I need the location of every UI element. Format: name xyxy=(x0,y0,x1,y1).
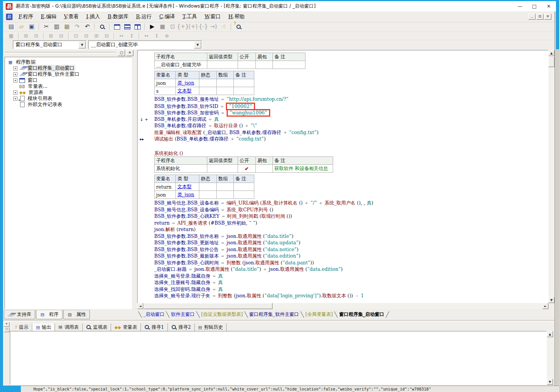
cut-button[interactable]: ✂ xyxy=(42,23,51,31)
column-header[interactable]: 易包 xyxy=(256,53,273,61)
file-tab-1[interactable]: 软件主窗口 xyxy=(169,311,197,319)
output-tab-help[interactable]: ?提示 xyxy=(11,323,32,331)
code-line[interactable]: BSB_软件参数.BSB_心跳时间 ＝ 到整数 (json.取通用属性 (“da… xyxy=(154,259,545,266)
left-tab-支持库[interactable]: 支持库 xyxy=(4,310,35,319)
column-header[interactable]: 变量名 xyxy=(155,71,176,79)
variable-type-cell[interactable]: 文本型 xyxy=(176,183,199,191)
code-line[interactable]: _启动窗口.标题 ＝ json.取通用属性 (“data.title”) ＋ j… xyxy=(154,266,545,273)
code-line[interactable]: BSB_单机参数.缓存路径 ＝ 取运行目录 () ＋ “\” xyxy=(154,122,545,129)
tree-item-6[interactable]: +模块引用表 xyxy=(6,95,131,102)
code-line[interactable]: BSB_软件参数.BSB_软件SID ＝ “100002” xyxy=(154,103,545,109)
variable-type-cell[interactable]: 类_json xyxy=(176,191,199,199)
window-tile-button[interactable] xyxy=(112,23,122,31)
code-line[interactable]: ↓ +BSB_单机参数.开启调试 ＝ 真 xyxy=(154,116,545,123)
column-header[interactable]: 返回值类型 xyxy=(207,157,238,165)
gutter-mark-icon[interactable]: ↓ + xyxy=(140,116,153,123)
code-line[interactable]: ▸▸调试输出 (BSB_单机参数.缓存路径 ＋ “config.txt”) xyxy=(154,136,545,142)
output-tab-output[interactable]: ▤输出 xyxy=(32,323,55,331)
dock-maximize-button[interactable]: □ xyxy=(118,50,125,56)
array-cell[interactable] xyxy=(217,79,234,87)
menu-item-b[interactable]: B.数据库 xyxy=(104,12,132,21)
column-header[interactable]: 易包 xyxy=(256,157,273,165)
tree-expander[interactable]: + xyxy=(13,66,17,70)
code-line[interactable]: BSB_软件参数.BSB_加密密码 ＝ “wanghui1096” xyxy=(154,109,545,116)
minimize-button[interactable]: — xyxy=(513,3,527,9)
tree-item-2[interactable]: +窗口程序集_软件主窗口 xyxy=(6,71,131,77)
static-cell[interactable] xyxy=(199,183,217,191)
epackage-cell[interactable] xyxy=(256,165,273,173)
code-line[interactable]: BSB_软件参数.BSB_软件名称 ＝ json.取通用属性 (“data.ti… xyxy=(154,233,545,240)
mdi-close-button[interactable]: ✕ xyxy=(544,14,551,20)
output-tab-calls[interactable]: 卌调用表 xyxy=(55,323,83,331)
public-cell[interactable] xyxy=(238,61,256,69)
menu-item-r[interactable]: R.运行 xyxy=(132,12,155,21)
column-header[interactable]: 返回值类型 xyxy=(207,53,238,61)
paste-button[interactable]: ▦ xyxy=(62,23,72,31)
menu-item-h[interactable]: H.帮助 xyxy=(225,12,249,21)
tree-expander[interactable]: + xyxy=(13,91,17,95)
assembly-combobox[interactable]: 窗口程序集_启动窗口 ▼ xyxy=(13,41,86,49)
window-split-button[interactable] xyxy=(122,23,132,31)
code-line[interactable]: 批量_编辑框_读取配置 (_启动窗口, BSB_单机参数.缓存路径 ＋ “con… xyxy=(154,129,545,136)
column-header[interactable]: 备 注 xyxy=(273,157,333,165)
tree-item-1[interactable]: +窗口程序集_启动窗口 xyxy=(6,65,131,71)
variable-type-link[interactable]: 类_json xyxy=(177,80,194,86)
close-button[interactable]: ✕ xyxy=(542,3,556,9)
tree-item-0[interactable]: ▦程序数据 xyxy=(6,59,131,65)
code-line[interactable]: BSB_账号信息.BSB_设备名称 ＝ 编码_URL编码 (系统_取计算机名 (… xyxy=(154,200,545,206)
menu-item-w[interactable]: W.窗口 xyxy=(201,12,225,21)
array-cell[interactable] xyxy=(217,183,234,191)
code-line[interactable]: 选择夹_账号登录.隐藏自身 ＝ 真 xyxy=(154,273,545,280)
file-tab-3[interactable]: 窗口程序集_软件主窗口 xyxy=(247,311,301,319)
menu-item-t[interactable]: T.工具 xyxy=(179,12,200,21)
undo-button[interactable]: ↶ xyxy=(83,23,92,31)
file-tab-0[interactable]: _启动窗口 xyxy=(141,311,166,319)
column-header[interactable]: 变量名 xyxy=(155,175,176,183)
output-tab-search-1[interactable]: 搜寻1 xyxy=(141,323,168,331)
remark-cell[interactable] xyxy=(234,79,254,87)
scroll-left-button[interactable]: ◄ xyxy=(137,303,143,309)
remark-cell[interactable] xyxy=(273,61,305,69)
remark-cell[interactable] xyxy=(234,87,254,95)
output-tab-vars[interactable]: ◆◆变量表 xyxy=(111,323,141,331)
tree-item-7[interactable]: 外部文件记录表 xyxy=(6,102,131,108)
left-tab-属性[interactable]: ▨属性 xyxy=(63,310,90,319)
file-tab-5[interactable]: 窗口程序集_启动窗口 xyxy=(337,311,386,319)
column-header[interactable]: 子程序名 xyxy=(155,157,207,165)
variable-name-cell[interactable]: s xyxy=(155,87,176,95)
code-line[interactable]: BSB_软件参数.BSB_最新版本 ＝ json.取通用属性 (“data.ed… xyxy=(154,253,545,259)
public-cell[interactable]: ✔ xyxy=(238,165,256,173)
remark-cell[interactable] xyxy=(234,191,254,199)
subroutine-name-cell[interactable]: 系统初始化 xyxy=(155,165,207,173)
output-content[interactable] xyxy=(10,331,547,385)
save-file-button[interactable]: ▣ xyxy=(27,23,36,31)
output-tab-watch[interactable]: 监视表 xyxy=(83,323,111,331)
column-header[interactable]: 静态 xyxy=(199,71,217,79)
column-header[interactable]: 备 注 xyxy=(273,53,305,61)
static-cell[interactable] xyxy=(199,191,217,199)
menu-item-v[interactable]: V.查看 xyxy=(60,12,83,21)
copy-button[interactable]: ▥ xyxy=(52,23,61,31)
new-file-button[interactable]: ▤ xyxy=(6,23,16,31)
variable-type-cell[interactable]: 类_json xyxy=(176,79,199,87)
code-line[interactable]: 选择夹_找回密码.隐藏自身 ＝ 真 xyxy=(154,286,545,293)
variable-type-link[interactable]: 文本型 xyxy=(177,88,192,94)
tree-item-3[interactable]: +窗口 xyxy=(6,77,131,83)
column-header[interactable]: 数组 xyxy=(217,71,234,79)
column-header[interactable]: 备 注 xyxy=(234,175,254,183)
scroll-right-button[interactable]: ► xyxy=(542,303,548,309)
scroll-up-button[interactable]: ▲ xyxy=(547,331,553,337)
find-command-button[interactable]: ? xyxy=(234,23,243,31)
pause-button[interactable]: ☝ xyxy=(219,23,229,31)
code-line[interactable]: BSB_软件参数.BSB_更新地址 ＝ json.取通用属性 (“data.up… xyxy=(154,239,545,246)
tree-item-4[interactable]: 常量表... xyxy=(6,83,131,89)
code-line[interactable]: json.解析 (return) xyxy=(154,226,545,233)
code-line[interactable]: BSB_软件参数.BSB_软件公告 ＝ json.取通用属性 (“data.no… xyxy=(154,246,545,253)
gutter-mark-icon[interactable]: ▸▸ xyxy=(140,136,153,143)
menu-item-f[interactable]: F.程序 xyxy=(15,12,37,21)
output-tab-clip-history[interactable]: ▤剪辑历史 xyxy=(195,323,227,331)
column-header[interactable]: 类 型 xyxy=(176,71,199,79)
variable-name-cell[interactable]: json xyxy=(155,79,176,87)
output-restore-button[interactable]: □ xyxy=(4,327,9,332)
remark-cell[interactable] xyxy=(234,183,254,191)
